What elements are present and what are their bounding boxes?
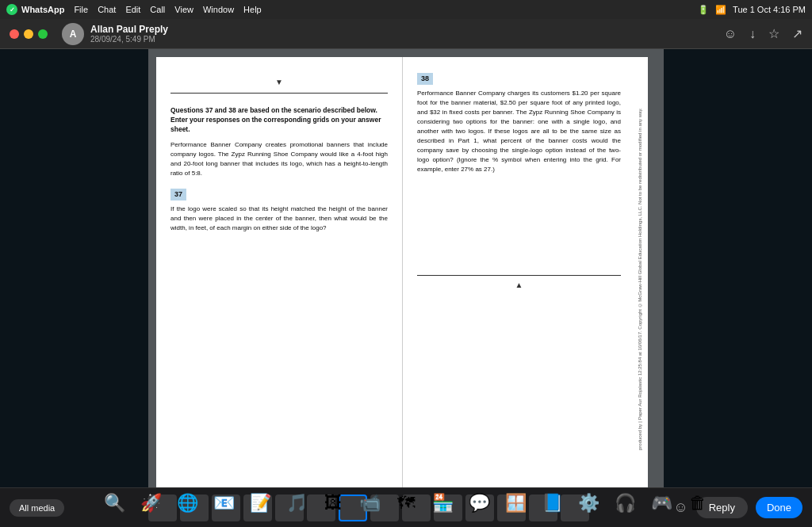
scenario-text: Performance Banner Company creates promo…: [170, 140, 388, 178]
divider-top: ▼: [170, 77, 388, 89]
menu-edit[interactable]: Edit: [125, 5, 140, 14]
menu-help[interactable]: Help: [243, 5, 262, 14]
dock-discord[interactable]: 🎮: [645, 487, 678, 520]
whatsapp-window: A Allan Paul Preply 28/09/24, 5:49 PM ☺ …: [0, 19, 812, 527]
clock: Tue 1 Oct 4:16 PM: [733, 5, 806, 14]
minimize-button[interactable]: [24, 29, 33, 39]
dock-launchpad[interactable]: 🚀: [134, 487, 167, 520]
q38-number: 38: [417, 73, 433, 85]
menu-call[interactable]: Call: [150, 5, 165, 14]
contact-info: A Allan Paul Preply 28/09/24, 5:49 PM: [62, 23, 168, 45]
dock-finder[interactable]: 🔍: [98, 487, 131, 520]
dock-slack[interactable]: 💬: [462, 487, 496, 520]
dock-word[interactable]: 📘: [535, 487, 569, 520]
menu-items: File Chat Edit Call View Window Help: [74, 5, 261, 14]
dock-music[interactable]: 🎵: [280, 487, 313, 520]
traffic-lights: [10, 29, 48, 39]
dock-mail[interactable]: 📧: [207, 487, 240, 520]
app-name: WhatsApp: [21, 5, 64, 14]
q37-number: 37: [170, 189, 186, 200]
whatsapp-icon: ✓: [6, 4, 17, 15]
menu-view[interactable]: View: [174, 5, 193, 14]
chat-area: ▼ Questions 37 and 38 are based on the s…: [0, 49, 812, 487]
titlebar-actions: ☺ ↓ ☆ ↗: [724, 26, 802, 41]
menubar-right: 🔋 📶 Tue 1 Oct 4:16 PM: [698, 5, 806, 15]
avatar: A: [62, 23, 84, 45]
all-media-button[interactable]: All media: [10, 499, 64, 517]
dock-photos[interactable]: 🖼: [316, 487, 350, 520]
menu-chat[interactable]: Chat: [98, 5, 116, 14]
q37-text: If the logo were scaled so that its heig…: [170, 204, 388, 233]
divider-bottom: ▲: [417, 280, 621, 292]
right-content: 38 Performance Banner Company charges it…: [417, 73, 634, 292]
wifi-icon: 📶: [715, 5, 726, 15]
contact-time: 28/09/24, 5:49 PM: [90, 35, 168, 44]
document-viewer: ▼ Questions 37 and 38 are based on the s…: [148, 49, 664, 487]
app-logo: ✓ WhatsApp: [6, 4, 64, 15]
close-button[interactable]: [10, 29, 19, 39]
dock-safari[interactable]: 🌐: [170, 487, 204, 520]
dock-appstore[interactable]: 🏪: [426, 487, 459, 520]
star-icon[interactable]: ☆: [768, 26, 779, 41]
contact-name: Allan Paul Preply: [90, 24, 168, 35]
titlebar: A Allan Paul Preply 28/09/24, 5:49 PM ☺ …: [0, 19, 812, 49]
menu-window[interactable]: Window: [203, 5, 234, 14]
dock-notes[interactable]: 📝: [243, 487, 277, 520]
dock-microsoft[interactable]: 🪟: [499, 487, 532, 520]
done-button[interactable]: Done: [756, 497, 802, 518]
page-left: ▼ Questions 37 and 38 are based on the s…: [156, 57, 402, 487]
emoji-icon[interactable]: ☺: [724, 27, 737, 41]
dock-trash[interactable]: 🗑: [681, 487, 714, 520]
page-right: 38 Performance Banner Company charges it…: [402, 57, 648, 487]
download-icon[interactable]: ↓: [749, 27, 756, 41]
q38-text: Performance Banner Company charges its c…: [417, 89, 621, 174]
share-icon[interactable]: ↗: [792, 26, 802, 41]
dock-facetime[interactable]: 📹: [353, 487, 386, 520]
questions-intro: Questions 37 and 38 are based on the sce…: [170, 106, 388, 135]
menu-file[interactable]: File: [74, 5, 88, 14]
dock-spotify[interactable]: 🎧: [608, 487, 642, 520]
battery-icon: 🔋: [698, 5, 709, 15]
question-37-block: 37 If the logo were scaled so that its h…: [170, 189, 388, 233]
menu-bar: ✓ WhatsApp File Chat Edit Call View Wind…: [0, 0, 812, 19]
page-container: ▼ Questions 37 and 38 are based on the s…: [156, 57, 656, 487]
dock-settings[interactable]: ⚙️: [572, 487, 605, 520]
dock-maps[interactable]: 🗺: [389, 487, 423, 520]
contact-text: Allan Paul Preply 28/09/24, 5:49 PM: [90, 24, 168, 44]
maximize-button[interactable]: [38, 29, 48, 39]
copyright-text: produced by | Paper Aur Rojalastic 12:25…: [634, 57, 648, 487]
